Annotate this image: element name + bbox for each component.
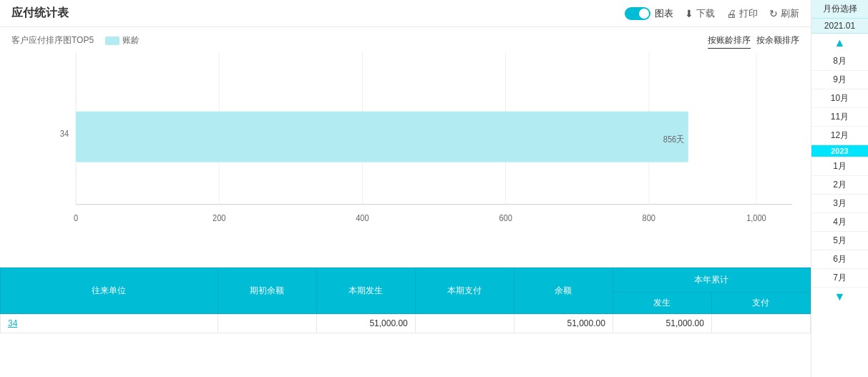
sidebar-month-item[interactable]: 1月 xyxy=(811,157,868,176)
svg-text:200: 200 xyxy=(213,212,226,223)
cell-current-pay xyxy=(415,314,514,333)
cell-unit[interactable]: 34 xyxy=(1,314,218,333)
sidebar-nav-up-btn[interactable]: ▲ xyxy=(811,34,868,52)
header: 应付统计表 图表 ⬇ 下载 🖨 打印 ↻ 刷新 xyxy=(0,0,811,27)
sidebar-month-item[interactable]: 12月 xyxy=(811,127,868,145)
col-current-occur-header: 本期发生 xyxy=(316,268,415,314)
sidebar-month-item[interactable]: 7月 xyxy=(811,269,868,288)
refresh-button[interactable]: ↻ 刷新 xyxy=(769,7,799,20)
sidebar-scroll: ▲ 8月9月10月11月12月20231月2月3月4月5月6月7月 ▼ xyxy=(811,34,868,377)
header-actions: 图表 ⬇ 下载 🖨 打印 ↻ 刷新 xyxy=(625,7,799,20)
download-label: 下载 xyxy=(696,7,715,20)
svg-text:1,000: 1,000 xyxy=(746,212,766,223)
chart-sort-buttons: 按账龄排序 按余额排序 xyxy=(708,34,799,49)
data-table: 往来单位 期初余额 本期发生 本期支付 余额 本年累计 发生 支付 34 xyxy=(0,268,811,333)
table-area: 往来单位 期初余额 本期发生 本期支付 余额 本年累计 发生 支付 34 xyxy=(0,268,811,377)
cell-ytd-occur: 51,000.00 xyxy=(613,314,711,333)
col-unit-header: 往来单位 xyxy=(1,268,218,314)
col-current-pay-header: 本期支付 xyxy=(415,268,514,314)
print-icon: 🖨 xyxy=(726,8,736,19)
sort-by-balance-btn[interactable]: 按账龄排序 xyxy=(708,34,751,49)
chart-legend: 客户应付排序图TOP5 账龄 xyxy=(11,34,799,46)
legend-color-box xyxy=(105,36,120,45)
chart-area: 客户应付排序图TOP5 账龄 按账龄排序 按余额排序 0 200 xyxy=(0,27,811,268)
page-title: 应付统计表 xyxy=(11,6,69,21)
svg-text:856天: 856天 xyxy=(663,134,684,145)
chart-toggle-group[interactable]: 图表 xyxy=(625,7,673,20)
sidebar-month-item[interactable]: 10月 xyxy=(811,89,868,108)
chart-container: 0 200 400 600 800 1,000 34 xyxy=(40,52,799,260)
svg-text:400: 400 xyxy=(356,212,369,223)
print-button[interactable]: 🖨 打印 xyxy=(726,7,758,20)
sidebar-year-display: 2021.01 xyxy=(811,19,868,34)
sidebar-month-item[interactable]: 11月 xyxy=(811,108,868,127)
sidebar-month-item[interactable]: 6月 xyxy=(811,250,868,269)
sidebar-month-item[interactable]: 2月 xyxy=(811,176,868,195)
table-row: 34 51,000.00 51,000.00 51,000.00 xyxy=(1,314,811,333)
cell-current-occur: 51,000.00 xyxy=(316,314,415,333)
download-icon: ⬇ xyxy=(685,8,693,19)
legend-item: 账龄 xyxy=(105,34,140,46)
chart-toggle[interactable] xyxy=(625,7,650,20)
svg-text:600: 600 xyxy=(499,212,512,223)
refresh-icon: ↻ xyxy=(769,8,778,19)
svg-rect-14 xyxy=(76,112,688,162)
cell-opening xyxy=(218,314,316,333)
sidebar-month-item[interactable]: 8月 xyxy=(811,52,868,71)
sidebar-month-item[interactable]: 3月 xyxy=(811,195,868,213)
sidebar-month-item[interactable]: 9月 xyxy=(811,71,868,89)
chart-svg: 0 200 400 600 800 1,000 34 xyxy=(40,52,799,238)
chart-toggle-label: 图表 xyxy=(655,7,673,20)
print-label: 打印 xyxy=(739,7,758,20)
sidebar-months-list: 8月9月10月11月12月20231月2月3月4月5月6月7月 xyxy=(811,52,868,288)
col-ytd-pay-header: 支付 xyxy=(711,293,810,314)
sidebar-month-item[interactable]: 5月 xyxy=(811,232,868,250)
svg-text:34: 34 xyxy=(60,128,69,139)
right-sidebar: 月份选择 2021.01 ▲ 8月9月10月11月12月20231月2月3月4月… xyxy=(811,0,868,377)
col-ytd-header: 本年累计 xyxy=(613,268,810,293)
svg-text:0: 0 xyxy=(74,212,78,223)
legend-label2: 账龄 xyxy=(122,34,140,46)
download-button[interactable]: ⬇ 下载 xyxy=(685,7,715,20)
svg-text:800: 800 xyxy=(643,212,656,223)
sort-by-amount-btn[interactable]: 按余额排序 xyxy=(756,34,799,49)
cell-ytd-pay xyxy=(711,314,810,333)
sidebar-month-item[interactable]: 4月 xyxy=(811,213,868,232)
legend-text: 客户应付排序图TOP5 xyxy=(11,34,94,46)
sidebar-nav-down-btn[interactable]: ▼ xyxy=(811,288,868,306)
refresh-label: 刷新 xyxy=(781,7,799,20)
cell-balance: 51,000.00 xyxy=(514,314,613,333)
sidebar-month-item[interactable]: 2023 xyxy=(811,145,868,157)
sidebar-header: 月份选择 xyxy=(811,0,868,19)
col-balance-header: 余额 xyxy=(514,268,613,314)
col-opening-header: 期初余额 xyxy=(218,268,316,314)
col-ytd-occur-header: 发生 xyxy=(613,293,711,314)
table-header-row: 往来单位 期初余额 本期发生 本期支付 余额 本年累计 xyxy=(1,268,811,293)
